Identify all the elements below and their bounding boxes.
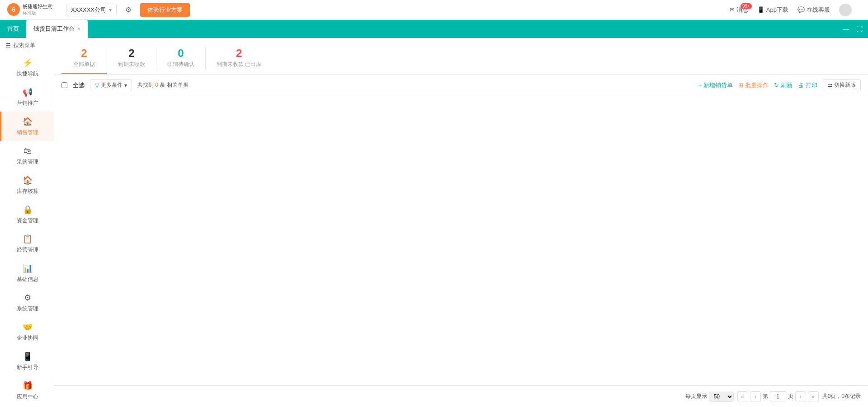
chevron-icon: ▾ [124, 82, 127, 89]
logo-text: 畅捷通好生意 [23, 3, 52, 9]
sidebar-item-basic-info[interactable]: 📊 基础信息 [0, 258, 54, 288]
select-all-label: 全选 [73, 81, 85, 89]
tab-close-icon[interactable]: × [77, 26, 80, 32]
sidebar-label-marketing: 营销推广 [17, 99, 38, 107]
tab-bar: 首页 钱货日清工作台 × — ⛶ [0, 20, 868, 38]
found-prefix: 共找到 [137, 82, 154, 88]
finance-icon: 🔒 [22, 204, 33, 215]
sidebar-item-guide[interactable]: 📱 新手引导 [0, 346, 54, 376]
sidebar-item-cooperation[interactable]: 🤝 企业协同 [0, 317, 54, 346]
select-all-checkbox[interactable] [61, 82, 67, 88]
print-label: 打印 [806, 81, 817, 89]
avatar[interactable] [839, 4, 852, 16]
active-tab-label: 钱货日清工作台 [33, 25, 75, 33]
sidebar-label-inventory: 库存核算 [17, 187, 38, 195]
new-sales-order-button[interactable]: + 新增销货单 [698, 81, 733, 89]
stat-number-all: 2 [81, 47, 87, 60]
operations-icon: 📋 [22, 234, 33, 244]
page-size-select[interactable]: 20 50 100 [709, 392, 734, 402]
refresh-icon: ↻ [774, 82, 779, 89]
batch-label: 批量操作 [745, 81, 769, 89]
pagination-bar: 每页显示 20 50 100 « ‹ 第 页 › » 共0页，0条记录 [54, 385, 868, 407]
header-left: 6 畅捷通好生意 标准版 XXXXXX公司 ▾ ⚙ 体验行业方案 [7, 3, 190, 17]
download-icon: 📱 [757, 6, 764, 13]
purchase-icon: 🛍 [22, 145, 33, 156]
trial-button[interactable]: 体验行业方案 [140, 3, 190, 17]
sidebar-item-operations[interactable]: 📋 经营管理 [0, 229, 54, 258]
first-page-button[interactable]: « [737, 391, 748, 402]
stat-label-pending: 旺辅待确认 [167, 61, 194, 68]
page-size-label: 每页显示 [685, 393, 707, 400]
sidebar-item-wechat[interactable]: 💬 企业微信 [0, 405, 54, 407]
logo-text-area: 畅捷通好生意 标准版 [23, 3, 52, 16]
related-label: 相关单据 [167, 82, 189, 88]
found-count: 0 [155, 82, 158, 88]
print-icon: 🖨 [798, 82, 804, 89]
system-icon: ⚙ [22, 292, 33, 303]
company-selector[interactable]: XXXXXX公司 ▾ [66, 4, 117, 16]
content-area: 2 全部单据 2 到期未收款 0 旺辅待确认 2 到期未收款 已出库 全选 [54, 38, 868, 407]
stat-label-unshipped: 到期未收款 已出库 [217, 61, 261, 68]
page-input[interactable] [770, 391, 786, 402]
tab-minimize-icon[interactable]: — [841, 23, 851, 34]
page-navigation: « ‹ 第 页 › » [737, 391, 819, 402]
filter-button[interactable]: ▽ 更多条件 ▾ [90, 79, 132, 91]
sidebar-item-purchase[interactable]: 🛍 采购管理 [0, 141, 54, 170]
filter-icon: ▽ [95, 82, 99, 89]
switch-icon: ⇄ [828, 82, 832, 89]
sidebar-item-inventory[interactable]: 🏠 库存核算 [0, 170, 54, 200]
total-records: 共0页，0条记录 [822, 393, 861, 400]
sidebar-search[interactable]: ☰ 搜索菜单 [0, 38, 54, 53]
sidebar-item-quick-nav[interactable]: ⚡ 快捷导航 [0, 53, 54, 82]
gear-icon: ⚙ [125, 5, 132, 14]
sidebar-item-system[interactable]: ⚙ 系统管理 [0, 288, 54, 317]
messages-badge: 99+ [741, 3, 752, 9]
cooperation-icon: 🤝 [22, 322, 33, 332]
switch-label: 切换新版 [834, 81, 856, 89]
sidebar-label-basic-info: 基础信息 [17, 276, 38, 283]
sidebar-label-app-center: 应用中心 [17, 393, 38, 401]
sidebar-label-purchase: 采购管理 [17, 158, 38, 166]
messages-button[interactable]: ✉ 消息 99+ [730, 6, 748, 14]
settings-button[interactable]: ⚙ [121, 3, 136, 17]
sidebar-label-finance: 资金管理 [17, 217, 38, 225]
app-download-button[interactable]: 📱 App下载 [757, 6, 788, 14]
tab-active[interactable]: 钱货日清工作台 × [26, 20, 88, 38]
toolbar-right: + 新增销货单 ⊞ 批量操作 ↻ 刷新 🖨 打印 ⇄ 切换新版 [698, 79, 861, 91]
stat-label-overdue: 到期未收款 [118, 61, 145, 68]
stat-tab-pending[interactable]: 0 旺辅待确认 [156, 43, 205, 74]
header-right: ✉ 消息 99+ 📱 App下载 💬 在线客服 [730, 4, 861, 16]
sidebar-item-finance[interactable]: 🔒 资金管理 [0, 200, 54, 229]
stat-tab-overdue[interactable]: 2 到期未收款 [107, 43, 156, 74]
switch-version-button[interactable]: ⇄ 切换新版 [823, 79, 861, 91]
page-size-selector: 每页显示 20 50 100 [685, 392, 734, 402]
service-icon: 💬 [797, 6, 805, 13]
stat-number-overdue: 2 [128, 47, 134, 60]
last-page-button[interactable]: » [808, 391, 819, 402]
sidebar-label-quick-nav: 快捷导航 [17, 70, 38, 78]
search-icon: ☰ [6, 42, 11, 49]
prev-page-button[interactable]: ‹ [750, 391, 761, 402]
tab-expand-icon[interactable]: ⛶ [854, 23, 864, 34]
stat-number-unshipped: 2 [236, 47, 242, 60]
app-center-icon: 🎁 [22, 380, 33, 391]
found-text: 共找到 0 条 相关单据 [137, 81, 189, 89]
sidebar-item-app-center[interactable]: 🎁 应用中心 [0, 376, 54, 405]
logo-tag: 标准版 [23, 10, 52, 16]
print-button[interactable]: 🖨 打印 [798, 81, 817, 89]
basic-info-icon: 📊 [22, 263, 33, 274]
quick-nav-icon: ⚡ [22, 57, 33, 68]
batch-operation-button[interactable]: ⊞ 批量操作 [738, 81, 769, 89]
guide-icon: 📱 [22, 351, 33, 362]
chevron-down-icon: ▾ [109, 7, 112, 13]
online-service-button[interactable]: 💬 在线客服 [797, 6, 830, 14]
sidebar-item-sales[interactable]: 🏠 销售管理 [0, 112, 54, 141]
stat-tab-all[interactable]: 2 全部单据 [61, 43, 107, 74]
marketing-icon: 📢 [22, 87, 33, 98]
stat-tab-unshipped[interactable]: 2 到期未收款 已出库 [206, 43, 272, 74]
sidebar-item-marketing[interactable]: 📢 营销推广 [0, 82, 54, 112]
next-page-button[interactable]: › [795, 391, 806, 402]
refresh-button[interactable]: ↻ 刷新 [774, 81, 793, 89]
logo-icon: 6 [7, 3, 20, 16]
tab-home[interactable]: 首页 [0, 20, 26, 38]
